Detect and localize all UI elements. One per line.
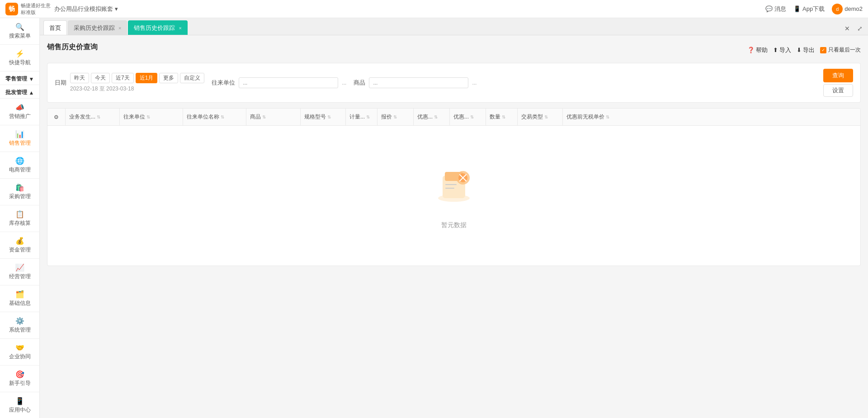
- goods-ellipsis[interactable]: ...: [472, 80, 476, 86]
- empty-icon: [431, 162, 476, 216]
- close-tab-sales[interactable]: ×: [179, 25, 181, 31]
- sidebar-item-ecommerce[interactable]: 🌐 电商管理: [0, 152, 39, 179]
- table-header: ⚙ 业务发生... ⇅ 往来单位 ⇅ 往来单位名称 ⇅: [47, 109, 860, 126]
- th-price[interactable]: 报价 ⇅: [377, 109, 414, 125]
- finance-icon: 💰: [15, 237, 24, 245]
- partner-ellipsis[interactable]: ...: [342, 80, 346, 86]
- sales-icon: 📊: [15, 130, 24, 138]
- newbie-icon: 🎯: [15, 370, 24, 379]
- gear-icon: ⚙: [54, 114, 59, 120]
- top-bar: 畅 畅捷通好生意 标准版 办公用品行业模拟账套 ▾ 💬 消息 📱 App下载 d…: [0, 0, 868, 18]
- tab-home[interactable]: 首页: [43, 20, 67, 35]
- sidebar-item-marketing[interactable]: 📣 营销推广: [0, 99, 39, 125]
- sort-icon: ⇅: [327, 114, 331, 119]
- date-btn-last7[interactable]: 近7天: [112, 73, 134, 83]
- system-icon: ⚙️: [15, 317, 24, 325]
- help-icon: ❓: [747, 47, 755, 53]
- export-button[interactable]: ⬇ 导出: [797, 46, 815, 54]
- date-btn-custom[interactable]: 自定义: [180, 73, 204, 83]
- maximize-button[interactable]: ⤢: [855, 24, 864, 33]
- search-icon: 🔍: [15, 23, 24, 31]
- import-button[interactable]: ⬆ 导入: [773, 46, 791, 54]
- date-filter-field: 日期 昨天 今天 近7天 近1月 更多 自定义 2023-02-18 至 202…: [55, 73, 204, 93]
- sidebar-item-inventory[interactable]: 📋 库存核算: [0, 205, 39, 232]
- basic-icon: 🗂️: [15, 290, 24, 299]
- th-unit[interactable]: 计量... ⇅: [346, 109, 377, 125]
- sidebar-item-sales[interactable]: 📊 销售管理: [0, 125, 39, 152]
- logo-area: 畅 畅捷通好生意 标准版: [5, 2, 51, 15]
- sidebar-item-newbie[interactable]: 🎯 新手引导: [0, 366, 39, 392]
- sort-icon: ⇅: [544, 114, 548, 119]
- date-label: 日期: [55, 79, 66, 87]
- date-filters: 昨天 今天 近7天 近1月 更多 自定义: [70, 73, 204, 83]
- th-partner-name[interactable]: 往来单位名称 ⇅: [183, 109, 246, 125]
- date-btn-last1m[interactable]: 近1月: [136, 73, 158, 83]
- sidebar-item-search[interactable]: 🔍 搜索菜单: [0, 18, 39, 45]
- chevron-down-icon: ▼: [29, 76, 34, 82]
- user-menu[interactable]: d demo2: [832, 4, 863, 14]
- partner-label: 往来单位: [212, 79, 235, 87]
- partner-input[interactable]: [239, 77, 338, 88]
- download-icon: 📱: [793, 5, 801, 12]
- sidebar-item-purchase[interactable]: 🛍️ 采购管理: [0, 179, 39, 205]
- sort-icon: ⇅: [470, 114, 474, 119]
- app-selector[interactable]: 办公用品行业模拟账套 ▾: [54, 5, 118, 13]
- export-icon: ⬇: [797, 47, 802, 53]
- sort-icon: ⇅: [146, 114, 150, 119]
- th-discount2[interactable]: 优惠... ⇅: [450, 109, 486, 125]
- sidebar-item-operations[interactable]: 📈 经营管理: [0, 259, 39, 285]
- goods-label: 商品: [354, 79, 365, 87]
- tab-bar: 首页 采购历史价跟踪 × 销售历史价跟踪 × ✕ ⤢: [40, 18, 868, 35]
- date-btn-yesterday[interactable]: 昨天: [70, 73, 89, 83]
- only-last-checkbox[interactable]: ✓ 只看最后一次: [820, 46, 861, 54]
- query-button[interactable]: 查询: [823, 69, 853, 82]
- goods-filter-field: 商品 ...: [354, 77, 476, 88]
- sidebar-item-wholesale[interactable]: 批发管理 ▲: [0, 85, 39, 99]
- chevron-up-icon: ▲: [29, 90, 34, 96]
- operations-icon: 📈: [15, 263, 24, 272]
- shortcuts-icon: ⚡: [15, 49, 24, 58]
- tab-purchase-history[interactable]: 采购历史价跟踪 ×: [68, 20, 127, 35]
- th-trade-type[interactable]: 交易类型 ⇅: [518, 109, 563, 125]
- date-btn-more[interactable]: 更多: [159, 73, 178, 83]
- sidebar-item-retail[interactable]: 零售管理 ▼: [0, 71, 39, 85]
- app-download-button[interactable]: 📱 App下载: [793, 5, 825, 13]
- sidebar: 🔍 搜索菜单 ⚡ 快捷导航 零售管理 ▼ 批发管理 ▲ 📣 营销推广 📊 销售管…: [0, 18, 40, 418]
- settings-button[interactable]: 设置: [823, 84, 853, 97]
- th-qty[interactable]: 数量 ⇅: [486, 109, 518, 125]
- top-bar-right: 💬 消息 📱 App下载 d demo2: [765, 4, 863, 14]
- logo-text: 畅捷通好生意 标准版: [21, 2, 51, 15]
- sort-icon: ⇅: [221, 114, 224, 119]
- th-biz-date[interactable]: 业务发生... ⇅: [66, 109, 120, 125]
- date-btn-today[interactable]: 今天: [91, 73, 110, 83]
- page-title: 销售历史价查询: [47, 43, 98, 52]
- sidebar-item-finance[interactable]: 💰 资金管理: [0, 232, 39, 259]
- sidebar-item-system[interactable]: ⚙️ 系统管理: [0, 312, 39, 339]
- inventory-icon: 📋: [15, 210, 24, 218]
- th-pretax-price[interactable]: 优惠前无税单价 ⇅: [563, 109, 860, 125]
- close-tab-purchase[interactable]: ×: [118, 25, 121, 31]
- th-goods[interactable]: 商品 ⇅: [246, 109, 301, 125]
- tab-sales-history[interactable]: 销售历史价跟踪 ×: [128, 20, 187, 35]
- th-gear[interactable]: ⚙: [47, 109, 66, 125]
- sidebar-item-shortcuts[interactable]: ⚡ 快捷导航: [0, 45, 39, 71]
- ecommerce-icon: 🌐: [15, 157, 24, 165]
- goods-input[interactable]: [369, 77, 468, 88]
- sidebar-item-app-center[interactable]: 📱 应用中心: [0, 392, 39, 418]
- message-button[interactable]: 💬 消息: [765, 5, 786, 13]
- close-all-tabs-button[interactable]: ✕: [843, 24, 852, 33]
- sort-icon: ⇅: [97, 114, 100, 119]
- th-partner-code[interactable]: 往来单位 ⇅: [120, 109, 183, 125]
- top-actions: ❓ 帮助 ⬆ 导入 ⬇ 导出 ✓ 只看最后一次: [747, 46, 861, 54]
- chevron-down-icon: ▾: [115, 5, 118, 12]
- message-icon: 💬: [765, 5, 773, 12]
- sidebar-item-corp-collab[interactable]: 🤝 企业协同: [0, 339, 39, 366]
- help-button[interactable]: ❓ 帮助: [747, 46, 768, 54]
- sort-icon: ⇅: [393, 114, 397, 119]
- sort-icon: ⇅: [606, 114, 609, 119]
- th-discount1[interactable]: 优惠... ⇅: [414, 109, 450, 125]
- import-icon: ⬆: [773, 47, 778, 53]
- th-spec[interactable]: 规格型号 ⇅: [301, 109, 346, 125]
- sidebar-item-basic[interactable]: 🗂️ 基础信息: [0, 285, 39, 312]
- content-area: 首页 采购历史价跟踪 × 销售历史价跟踪 × ✕ ⤢ 销售历史价查询: [40, 18, 868, 418]
